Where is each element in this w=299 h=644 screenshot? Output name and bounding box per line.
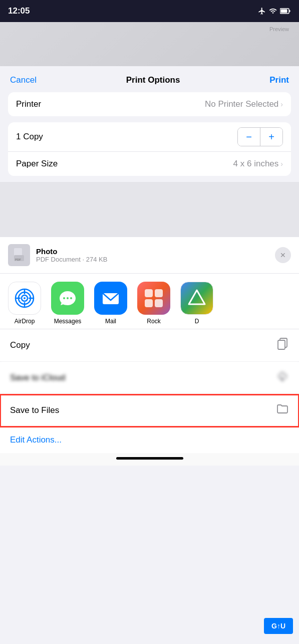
svg-rect-19 — [155, 289, 163, 297]
save-icloud-action-row: Save to iCloud — [0, 362, 299, 394]
paper-size-chevron-icon: › — [280, 160, 283, 168]
paper-size-row[interactable]: Paper Size 4 x 6 inches › — [8, 152, 291, 176]
mail-icon-wrapper — [94, 282, 127, 315]
rock-icon-wrapper — [137, 282, 170, 315]
save-files-label: Save to Files — [10, 405, 59, 415]
rock-item[interactable]: Rock — [137, 282, 170, 325]
paper-size-label: Paper Size — [16, 159, 58, 169]
svg-rect-18 — [145, 289, 153, 297]
close-button[interactable]: ✕ — [275, 247, 291, 263]
decrement-button[interactable]: − — [238, 128, 260, 146]
mail-item[interactable]: Mail — [94, 282, 127, 325]
status-bar: 12:05 — [0, 0, 299, 22]
drive-icon-wrapper — [180, 282, 213, 315]
status-icons — [258, 7, 291, 15]
rock-icon — [143, 287, 165, 309]
copies-row: 1 Copy − + — [8, 122, 291, 152]
svg-rect-21 — [155, 299, 163, 307]
sheet-title: Print Options — [126, 75, 180, 85]
document-info: Photo PDF Document · 274 KB — [36, 247, 275, 263]
messages-label: Messages — [54, 318, 82, 325]
home-indicator — [0, 453, 299, 466]
airdrop-icon-wrapper — [8, 282, 41, 315]
document-row: PDF Photo PDF Document · 274 KB ✕ — [0, 237, 299, 274]
save-icloud-label: Save to iCloud — [10, 373, 66, 383]
copy-action-row[interactable]: Copy — [0, 329, 299, 362]
screenshot-background: Preview — [0, 22, 299, 66]
airplane-icon — [258, 7, 266, 15]
rock-label: Rock — [147, 318, 160, 325]
save-files-action-row[interactable]: Save to Files — [0, 394, 299, 427]
copy-label: Copy — [10, 340, 30, 350]
airdrop-icon — [14, 287, 36, 309]
share-sheet: PDF Photo PDF Document · 274 KB ✕ — [0, 237, 299, 453]
printer-option-card: Printer No Printer Selected › — [8, 92, 291, 116]
svg-point-14 — [63, 297, 65, 299]
edit-actions-row[interactable]: Edit Actions... — [0, 427, 299, 453]
mail-label: Mail — [105, 318, 116, 325]
edit-actions-label[interactable]: Edit Actions... — [10, 435, 62, 445]
home-bar — [116, 457, 183, 460]
drive-icon — [187, 288, 207, 308]
document-thumbnail: PDF — [8, 244, 30, 266]
save-icloud-icon — [276, 370, 289, 386]
svg-rect-2 — [281, 10, 287, 13]
increment-button[interactable]: + — [260, 128, 282, 146]
print-options-sheet: Cancel Print Options Print Printer No Pr… — [0, 66, 299, 176]
copies-paper-card: 1 Copy − + Paper Size 4 x 6 inches › — [8, 122, 291, 176]
printer-value: No Printer Selected › — [205, 99, 283, 109]
preview-label: Preview — [269, 26, 289, 32]
print-button[interactable]: Print — [269, 75, 289, 85]
wifi-icon — [269, 7, 277, 15]
svg-marker-22 — [189, 290, 205, 304]
pdf-icon: PDF — [13, 248, 25, 262]
copies-stepper: − + — [237, 127, 283, 146]
svg-point-15 — [67, 297, 69, 299]
svg-rect-20 — [145, 299, 153, 307]
airdrop-item[interactable]: AirDrop — [8, 282, 41, 325]
status-time: 12:05 — [8, 6, 30, 16]
svg-rect-24 — [278, 340, 285, 349]
drive-label: D — [195, 318, 199, 325]
document-meta: PDF Document · 274 KB — [36, 256, 275, 263]
document-name: Photo — [36, 247, 275, 256]
printer-label: Printer — [16, 99, 41, 109]
printer-row[interactable]: Printer No Printer Selected › — [8, 92, 291, 116]
battery-icon — [280, 8, 291, 14]
messages-item[interactable]: Messages — [51, 282, 84, 325]
messages-icon — [58, 288, 78, 308]
cancel-button[interactable]: Cancel — [10, 75, 37, 85]
airdrop-label: AirDrop — [15, 318, 35, 325]
mail-icon — [100, 287, 122, 309]
svg-text:PDF: PDF — [15, 258, 21, 261]
save-files-icon — [276, 402, 289, 418]
paper-size-value: 4 x 6 inches › — [233, 159, 283, 169]
sheet-header: Cancel Print Options Print — [0, 66, 299, 92]
drive-item[interactable]: D — [180, 282, 213, 325]
printer-chevron-icon: › — [280, 100, 283, 108]
app-icons-row: AirDrop Messages Mail — [0, 274, 299, 329]
svg-rect-1 — [289, 10, 290, 12]
watermark: G↑U — [264, 618, 293, 634]
gray-spacer — [0, 182, 299, 237]
svg-point-16 — [70, 297, 72, 299]
copy-icon — [276, 337, 289, 353]
svg-point-9 — [24, 297, 26, 299]
copies-label: 1 Copy — [16, 132, 43, 142]
messages-icon-wrapper — [51, 282, 84, 315]
